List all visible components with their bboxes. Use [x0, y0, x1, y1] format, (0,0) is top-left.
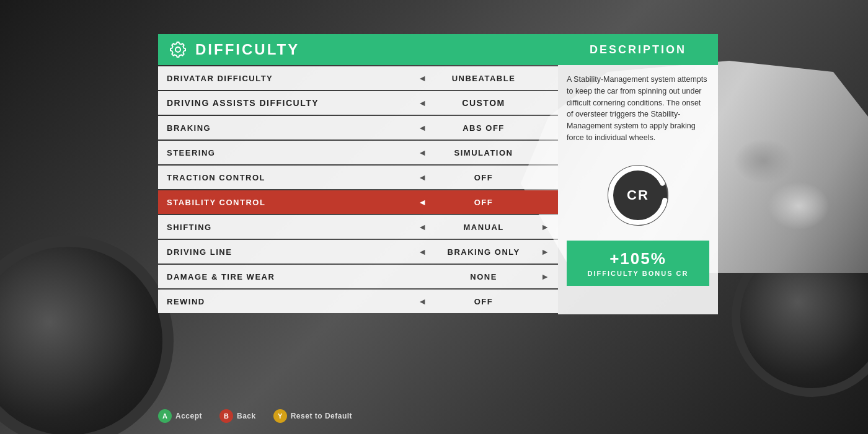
row-value-5: OFF	[434, 198, 533, 207]
row-value-9: OFF	[434, 297, 533, 306]
row-label-7: DRIVING LINE	[167, 247, 410, 257]
ctrl-button-y: Y Reset to Default	[273, 409, 352, 423]
title-bar: DIFFICULTY	[158, 34, 558, 65]
menu-rows: DRIVATAR DIFFICULTY ◄ UNBEATABLE DRIVING…	[158, 66, 558, 313]
right-panel: DESCRIPTION A Stability-Management syste…	[558, 34, 718, 314]
bottom-controls: A Accept B Back Y Reset to Default	[158, 409, 352, 423]
menu-row-0[interactable]: DRIVATAR DIFFICULTY ◄ UNBEATABLE	[158, 66, 558, 90]
menu-row-7[interactable]: DRIVING LINE ◄ BRAKING ONLY ►	[158, 240, 558, 264]
menu-row-3[interactable]: STEERING ◄ SIMULATION	[158, 141, 558, 164]
row-arrow-left-6: ◄	[418, 222, 427, 232]
left-panel: DIFFICULTY DRIVATAR DIFFICULTY ◄ UNBEATA…	[158, 34, 558, 314]
ctrl-button-a: A Accept	[158, 409, 202, 423]
menu-row-2[interactable]: BRAKING ◄ ABS OFF	[158, 116, 558, 140]
description-header: DESCRIPTION	[558, 34, 718, 65]
row-arrow-left-7: ◄	[418, 247, 427, 257]
row-arrow-left-5: ◄	[418, 197, 427, 207]
row-arrow-right-8: ►	[541, 272, 549, 281]
row-label-4: TRACTION CONTROL	[167, 173, 410, 182]
row-value-8: NONE	[434, 272, 533, 281]
row-arrow-left-3: ◄	[418, 148, 427, 157]
menu-row-4[interactable]: TRACTION CONTROL ◄ OFF	[158, 166, 558, 189]
row-label-8: DAMAGE & TIRE WEAR	[167, 272, 419, 281]
ctrl-circle-b: B	[219, 409, 233, 423]
bonus-percent: +105%	[575, 249, 701, 268]
row-value-3: SIMULATION	[434, 148, 533, 157]
row-value-4: OFF	[434, 173, 533, 182]
cr-circle-wrap: CR	[604, 161, 672, 229]
row-label-2: BRAKING	[167, 123, 410, 133]
row-value-2: ABS OFF	[434, 123, 533, 133]
row-arrow-left-1: ◄	[418, 98, 427, 108]
row-label-6: SHIFTING	[167, 223, 410, 232]
description-body: A Stability-Management system attempts t…	[558, 65, 718, 314]
car-wheel-left	[0, 236, 174, 434]
ctrl-circle-y: Y	[273, 409, 287, 423]
description-title: DESCRIPTION	[590, 43, 686, 56]
row-arrow-right-7: ►	[541, 247, 549, 257]
row-arrow-left-9: ◄	[418, 296, 427, 306]
row-value-6: MANUAL	[434, 223, 533, 232]
row-value-7: BRAKING ONLY	[434, 247, 533, 257]
row-arrow-left-4: ◄	[418, 172, 427, 182]
cr-label: CR	[627, 187, 649, 203]
ctrl-label-y: Reset to Default	[291, 412, 352, 420]
ctrl-button-b: B Back	[219, 409, 256, 423]
row-label-5: STABILITY CONTROL	[167, 198, 410, 207]
row-value-1: CUSTOM	[434, 98, 533, 108]
bonus-label: DIFFICULTY BONUS CR	[575, 270, 701, 277]
bonus-bar: +105% DIFFICULTY BONUS CR	[567, 241, 709, 286]
row-label-9: REWIND	[167, 297, 410, 306]
row-arrow-right-6: ►	[541, 222, 549, 232]
menu-row-8[interactable]: DAMAGE & TIRE WEAR NONE ►	[158, 265, 558, 288]
gear-icon	[168, 40, 188, 60]
description-text: A Stability-Management system attempts t…	[567, 74, 709, 144]
menu-row-5[interactable]: STABILITY CONTROL ◄ OFF	[158, 190, 558, 214]
ctrl-label-a: Accept	[175, 412, 202, 420]
row-label-3: STEERING	[167, 148, 410, 157]
main-container: DIFFICULTY DRIVATAR DIFFICULTY ◄ UNBEATA…	[158, 34, 718, 314]
row-value-0: UNBEATABLE	[434, 74, 533, 83]
menu-row-1[interactable]: DRIVING ASSISTS DIFFICULTY ◄ CUSTOM	[158, 91, 558, 115]
row-arrow-left-0: ◄	[418, 73, 427, 83]
cr-circle: CR	[604, 161, 672, 229]
row-arrow-left-2: ◄	[418, 123, 427, 133]
row-label-1: DRIVING ASSISTS DIFFICULTY	[167, 98, 410, 108]
row-label-0: DRIVATAR DIFFICULTY	[167, 74, 410, 83]
menu-row-9[interactable]: REWIND ◄ OFF	[158, 290, 558, 313]
ctrl-circle-a: A	[158, 409, 172, 423]
page-title: DIFFICULTY	[195, 41, 299, 58]
ctrl-label-b: Back	[237, 412, 256, 420]
menu-row-6[interactable]: SHIFTING ◄ MANUAL ►	[158, 215, 558, 239]
